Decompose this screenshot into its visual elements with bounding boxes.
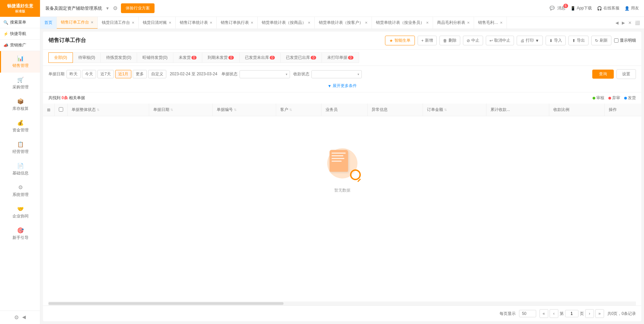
- set-btn[interactable]: 设置: [616, 69, 636, 79]
- next-page-btn[interactable]: ›: [585, 309, 594, 318]
- tabs-next-btn[interactable]: ▶: [620, 20, 626, 26]
- tab-0[interactable]: 首页: [40, 17, 57, 29]
- dropdown-arrow-icon[interactable]: ▼: [105, 6, 110, 11]
- sidebar-item-marketing[interactable]: 📣 营销推广: [0, 40, 40, 51]
- sidebar-item-库存核算[interactable]: 📦 库存核算: [0, 94, 40, 116]
- experience-btn[interactable]: 体验行业方案: [121, 3, 155, 13]
- sidebar-item-资金管理[interactable]: 💰 资金管理: [0, 116, 40, 137]
- tab-close-7[interactable]: ✕: [365, 21, 368, 25]
- filter-tab-4[interactable]: 未发货0: [173, 52, 203, 63]
- smart-create-btn[interactable]: ★ 智能生单: [385, 36, 415, 45]
- print-btn[interactable]: 🖨 打印 ▼: [517, 36, 543, 45]
- tab-close-2[interactable]: ✕: [132, 21, 134, 25]
- sidebar-icon-2: 📦: [17, 98, 24, 105]
- filter-tab-6[interactable]: 已发货未出库0: [239, 52, 281, 63]
- tab-close-9[interactable]: ✕: [467, 21, 470, 25]
- filter-tab-8[interactable]: 未打印单据0: [321, 52, 359, 63]
- user-menu-btn[interactable]: 👤 用友: [625, 5, 639, 11]
- col-exception[interactable]: 异常信息: [368, 104, 423, 116]
- tabs-close-all-btn[interactable]: ✕: [627, 20, 633, 26]
- tab-close-1[interactable]: ✕: [91, 21, 93, 24]
- expand-conditions-btn[interactable]: ▼ 展开更多条件: [328, 83, 357, 89]
- tab-close-10[interactable]: ✕: [500, 21, 503, 25]
- status-select[interactable]: [240, 70, 290, 78]
- select-all-checkbox[interactable]: [59, 107, 63, 112]
- filter-tab-0[interactable]: 全部(0): [48, 52, 73, 63]
- sidebar-collapse-btn[interactable]: ◀: [22, 314, 26, 321]
- sidebar-item-系统管理[interactable]: ⚙ 系统管理: [0, 180, 40, 202]
- messages-btn[interactable]: 💬 6 消息: [550, 5, 565, 11]
- stop-btn[interactable]: ⊘ 中止: [463, 36, 483, 45]
- filter-tab-5[interactable]: 到期未发货0: [202, 52, 240, 63]
- show-detail-input[interactable]: [614, 38, 618, 43]
- horizontal-scrollbar[interactable]: [48, 301, 636, 306]
- header-settings-icon[interactable]: ⚙: [113, 5, 118, 11]
- filter-tab-7[interactable]: 已发货已出库0: [280, 52, 322, 63]
- sidebar-item-企业协同[interactable]: 🤝 企业协同: [0, 202, 40, 223]
- query-actions: 查询 设置: [592, 69, 636, 79]
- sidebar-item-新手引导[interactable]: 🎯 新手引导: [0, 223, 40, 245]
- sidebar-item-基础信息[interactable]: 📄 基础信息: [0, 159, 40, 180]
- sidebar-item-search[interactable]: 🔍 搜索菜单: [0, 17, 40, 28]
- tab-3[interactable]: 钱货日清对账✕: [139, 17, 176, 29]
- date-shortcut-1[interactable]: 今天: [82, 70, 96, 78]
- tab-6[interactable]: 销货单统计表（按商品）✕: [258, 17, 315, 29]
- refresh-btn[interactable]: ↻ 刷新: [591, 36, 611, 45]
- sidebar-item-quick-nav[interactable]: ⚡ 快捷导航: [0, 28, 40, 40]
- app-download-btn[interactable]: 📱 App下载: [570, 5, 592, 11]
- tab-2[interactable]: 钱货日清工作台✕: [98, 17, 139, 29]
- col-amount[interactable]: 订单金额: [423, 104, 486, 116]
- approve-action-btn[interactable]: 审核: [593, 95, 604, 101]
- tab-5[interactable]: 销售订单执行表✕: [217, 17, 258, 29]
- page-input[interactable]: [565, 310, 578, 317]
- col-check[interactable]: [55, 104, 68, 116]
- date-shortcut-0[interactable]: 昨天: [67, 70, 81, 78]
- tab-close-3[interactable]: ✕: [169, 21, 171, 25]
- col-customer[interactable]: 客户: [276, 104, 321, 116]
- tab-7[interactable]: 销货单统计表（按客户）✕: [315, 17, 372, 29]
- delete-btn[interactable]: 🗑 删除: [439, 36, 460, 45]
- add-btn[interactable]: + 新增: [418, 36, 437, 45]
- sidebar-item-经营管理[interactable]: 📋 经营管理: [0, 137, 40, 159]
- payment-select[interactable]: [311, 70, 362, 78]
- col-number[interactable]: 单据编号: [213, 104, 276, 116]
- tabs-maximize-btn[interactable]: ⬜: [634, 20, 641, 26]
- col-status[interactable]: 单据整体状态: [68, 104, 149, 116]
- tab-4[interactable]: 销售订单统计表✕: [176, 17, 217, 29]
- query-btn[interactable]: 查询: [592, 70, 614, 79]
- tab-close-6[interactable]: ✕: [308, 21, 310, 25]
- last-page-btn[interactable]: »: [595, 309, 604, 318]
- col-cumulative[interactable]: 累计收款...: [486, 104, 549, 116]
- show-detail-checkbox[interactable]: 显示明细: [614, 38, 636, 43]
- date-shortcut-2[interactable]: 近7天: [97, 70, 114, 78]
- cancel-stop-btn[interactable]: ↩ 取消中止: [486, 36, 514, 45]
- ship-action-btn[interactable]: 发货: [624, 95, 636, 101]
- tab-close-4[interactable]: ✕: [210, 21, 212, 25]
- date-shortcut-4[interactable]: 更多: [133, 70, 147, 78]
- sidebar-item-采购管理[interactable]: 🛒 采购管理: [0, 73, 40, 94]
- col-date[interactable]: 单据日期: [149, 104, 213, 116]
- filter-tab-2[interactable]: 待拣货发货(0): [100, 52, 137, 63]
- filter-tab-3[interactable]: 旺铺待发货(0): [137, 52, 173, 63]
- sidebar-item-销售管理[interactable]: 📊 销售管理: [0, 51, 40, 73]
- date-shortcut-5[interactable]: 自定义: [148, 70, 166, 78]
- tab-8[interactable]: 销货单统计表（按业务员）✕: [372, 17, 433, 29]
- date-shortcut-3[interactable]: 近1月: [115, 70, 132, 78]
- filter-tab-1[interactable]: 待审核(0): [73, 52, 101, 63]
- tab-close-5[interactable]: ✕: [251, 21, 253, 25]
- tab-close-8[interactable]: ✕: [426, 21, 429, 25]
- online-service-btn[interactable]: 🎧 在线客服: [597, 5, 619, 11]
- tab-9[interactable]: 商品毛利分析表✕: [433, 17, 474, 29]
- scrollbar-thumb[interactable]: [48, 302, 284, 305]
- page-size-select[interactable]: 50 20 100: [519, 310, 536, 317]
- tabs-prev-btn[interactable]: ◀: [614, 20, 620, 26]
- prev-page-btn[interactable]: ‹: [550, 309, 558, 318]
- tab-1[interactable]: 销售订单工作台✕: [57, 17, 98, 29]
- col-salesperson[interactable]: 业务员: [321, 104, 368, 116]
- sidebar-settings-btn[interactable]: ⚙: [14, 314, 19, 321]
- tab-10[interactable]: 销售毛利…✕: [474, 17, 507, 29]
- export-btn[interactable]: ⬆ 导出: [568, 36, 589, 45]
- first-page-btn[interactable]: «: [540, 309, 548, 318]
- cancel-approve-action-btn[interactable]: 弃审: [608, 95, 620, 101]
- import-btn[interactable]: ⬇ 导入: [546, 36, 566, 45]
